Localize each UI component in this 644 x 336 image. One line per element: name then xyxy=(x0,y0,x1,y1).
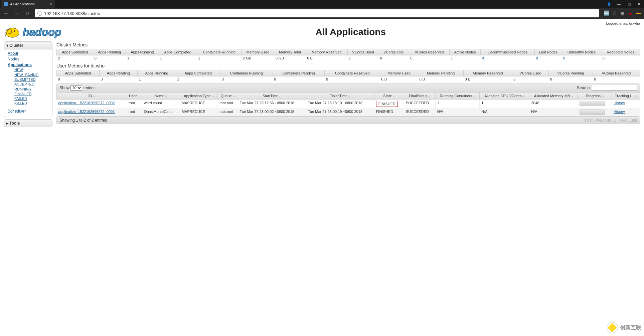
apps-column-header[interactable]: Name◇ xyxy=(142,93,180,100)
metrics-value: 1 xyxy=(176,76,220,82)
metrics-header: Memory Used xyxy=(241,49,274,55)
site-info-icon[interactable]: i xyxy=(37,11,42,16)
cluster-metrics-title: Cluster Metrics xyxy=(56,42,640,47)
metrics-value: 0 xyxy=(512,76,549,82)
sidebar-about-link[interactable]: About xyxy=(8,51,49,56)
apps-column-header[interactable]: Progress◇ xyxy=(578,93,612,100)
apps-column-header[interactable]: ID◇ xyxy=(57,93,127,100)
window-controls: 👤 — ▢ ✕ xyxy=(604,0,644,8)
page-title: All Applications xyxy=(61,27,640,37)
apps-column-header[interactable]: Running Containers◇ xyxy=(435,93,480,100)
sidebar-accepted-link[interactable]: ACCEPTED xyxy=(14,82,49,87)
sidebar-nodes-link[interactable]: Nodes xyxy=(8,56,49,62)
sidebar-submitted-link[interactable]: SUBMITTED xyxy=(14,77,49,82)
table-footer: Showing 1 to 2 of 2 entries First Previo… xyxy=(56,116,640,124)
sidebar-applications-link[interactable]: Applications xyxy=(8,62,49,68)
minimize-icon[interactable]: — xyxy=(614,0,624,8)
metrics-value: 0 xyxy=(325,76,380,82)
user-metrics-title: User Metrics for dr.who xyxy=(56,63,640,68)
tab-favicon xyxy=(4,2,8,6)
maximize-icon[interactable]: ▢ xyxy=(624,0,634,8)
extension-icon-3[interactable]: — xyxy=(635,10,641,16)
metrics-header: VCores Pending xyxy=(549,70,593,76)
sidebar-scheduler-link[interactable]: Scheduler xyxy=(8,109,49,114)
metrics-header: Apps Pending xyxy=(99,70,137,76)
tracking-link[interactable]: History xyxy=(614,101,625,105)
browser-tab[interactable]: All Applications × xyxy=(1,0,55,8)
table-controls: Show 20 entries Search: xyxy=(56,83,640,92)
metrics-value: 0 xyxy=(220,76,273,82)
apps-column-header[interactable]: FinishTime◇ xyxy=(306,93,374,100)
apps-column-header[interactable]: StartTime◇ xyxy=(238,93,306,100)
metrics-value[interactable]: 1 xyxy=(450,55,481,61)
svg-point-2 xyxy=(14,30,15,32)
main-content: Cluster Metrics Apps SubmittedApps Pendi… xyxy=(56,41,640,129)
table-row: application_1522162696272_0002rootword c… xyxy=(57,100,640,109)
metrics-header: VCores Used xyxy=(512,70,549,76)
sidebar-tools-header[interactable]: ▸ Tools xyxy=(4,120,52,127)
apps-column-header[interactable]: Queue◇ xyxy=(217,93,238,100)
metrics-value: 8 xyxy=(379,55,409,61)
apps-column-header[interactable]: FinalStatus◇ xyxy=(404,93,435,100)
app-id-link[interactable]: application_1522162696272_0002 xyxy=(58,101,115,105)
page-last[interactable]: Last xyxy=(629,118,637,123)
sidebar-killed-link[interactable]: KILLED xyxy=(14,101,49,106)
metrics-header: Lost Nodes xyxy=(534,49,562,55)
metrics-value: 8 GB xyxy=(274,55,306,61)
metrics-value: 0 B xyxy=(380,76,418,82)
user-metrics-table: Apps SubmittedApps PendingApps RunningAp… xyxy=(56,70,640,82)
sidebar-finished-link[interactable]: FINISHED xyxy=(14,92,49,96)
app-id-link[interactable]: application_1522162696272_0001 xyxy=(58,110,115,114)
user-icon[interactable]: 👤 xyxy=(604,0,614,8)
progress-bar xyxy=(580,110,605,115)
show-entries: Show 20 entries xyxy=(59,85,96,91)
metrics-header: Decommissioned Nodes xyxy=(481,49,535,55)
sidebar-running-link[interactable]: RUNNING xyxy=(14,87,49,92)
metrics-header: Apps Submitted xyxy=(57,70,100,76)
apps-column-header[interactable]: Allocated CPU VCores◇ xyxy=(480,93,529,100)
apps-column-header[interactable]: Tracking UI◇ xyxy=(612,93,640,100)
metrics-header: Rebooted Nodes xyxy=(601,49,640,55)
apps-column-header[interactable]: State◇ xyxy=(374,93,404,100)
page-first[interactable]: First xyxy=(585,118,593,123)
metrics-value[interactable]: 0 xyxy=(481,55,535,61)
back-button[interactable]: ← xyxy=(3,10,9,16)
close-window-icon[interactable]: ✕ xyxy=(634,0,644,8)
extension-icon-1[interactable]: ▣ xyxy=(619,10,625,16)
sidebar-new-link[interactable]: NEW xyxy=(14,67,49,72)
metrics-value[interactable]: 0 xyxy=(601,55,640,61)
login-info: Logged in as: dr.who xyxy=(4,21,640,25)
metrics-value: 0 xyxy=(57,76,100,82)
search-input[interactable] xyxy=(592,85,637,91)
apps-column-header[interactable]: User◇ xyxy=(127,93,142,100)
tracking-link[interactable]: History xyxy=(614,110,625,114)
table-row: application_1522162696272_0001rootQuasiM… xyxy=(57,108,640,116)
svg-point-0 xyxy=(6,28,19,37)
sidebar-failed-link[interactable]: FAILED xyxy=(14,96,49,101)
page-previous[interactable]: Previous xyxy=(595,118,611,123)
metrics-value[interactable]: 0 xyxy=(562,55,601,61)
bookmark-icon[interactable]: ☆ xyxy=(611,10,617,16)
sidebar-cluster-header[interactable]: ▾ Cluster xyxy=(4,42,52,49)
metrics-value[interactable]: 0 xyxy=(534,55,562,61)
forward-button[interactable]: → xyxy=(13,10,20,16)
tab-close-icon[interactable]: × xyxy=(50,2,52,6)
elephant-icon xyxy=(4,25,21,39)
metrics-value: 1 xyxy=(197,55,241,61)
metrics-value: 0 B xyxy=(306,55,347,61)
metrics-value: 2 xyxy=(57,55,93,61)
address-bar[interactable]: i 192.168.77.130:8088/cluster/ xyxy=(35,9,599,17)
reload-button[interactable]: ⟳ xyxy=(24,10,31,17)
sidebar-new-saving-link[interactable]: NEW_SAVING xyxy=(14,72,49,77)
entries-select[interactable]: 20 xyxy=(70,85,82,91)
page-next[interactable]: Next xyxy=(619,118,627,123)
cluster-metrics-table: Apps SubmittedApps PendingApps RunningAp… xyxy=(56,49,640,61)
apps-column-header[interactable]: Application Type◇ xyxy=(180,93,217,100)
translate-icon[interactable]: 🔤 xyxy=(603,10,609,16)
hadoop-logo[interactable]: hadoop xyxy=(4,25,61,39)
metrics-value: 1 xyxy=(137,76,176,82)
apps-column-header[interactable]: Allocated Memory MB◇ xyxy=(529,93,578,100)
extension-icon-2[interactable]: ▲ xyxy=(627,10,633,16)
logo-text: hadoop xyxy=(23,26,61,38)
page-1[interactable]: 1 xyxy=(614,118,616,123)
